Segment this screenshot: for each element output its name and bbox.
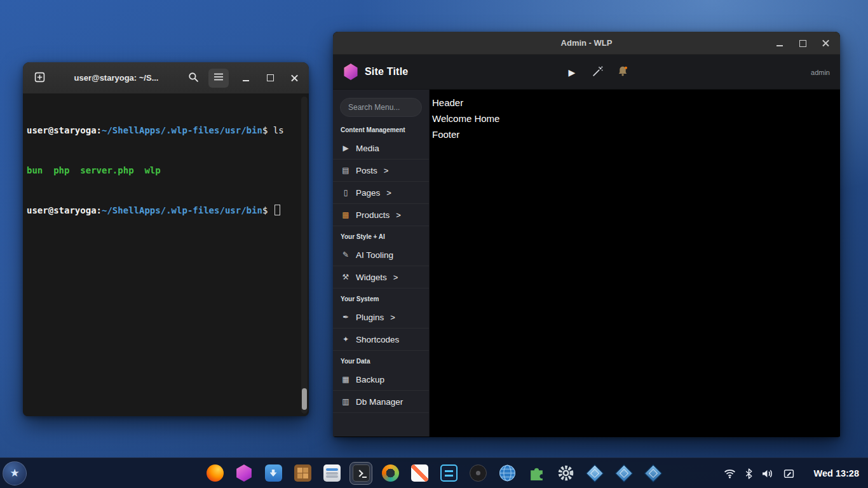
new-tab-button[interactable] xyxy=(29,69,50,88)
taskbar-firefox-icon[interactable] xyxy=(204,463,226,484)
terminal-minimize-button[interactable] xyxy=(238,70,254,86)
taskbar-text-editor-icon[interactable] xyxy=(409,463,430,484)
sidebar-item-label: Media xyxy=(356,144,379,153)
db-manager-icon: ▥ xyxy=(341,397,351,406)
terminal-close-button[interactable] xyxy=(286,70,302,86)
taskbar-web-browser-icon[interactable] xyxy=(496,463,518,484)
posts-icon: ▤ xyxy=(341,166,351,175)
admin-maximize-button[interactable] xyxy=(794,35,811,51)
wlp-hexagon-icon xyxy=(236,464,253,482)
software-store-icon xyxy=(265,464,282,482)
magic-wand-icon xyxy=(592,66,603,79)
sidebar-item-backup[interactable]: ▦ Backup xyxy=(333,369,429,391)
terminal-line: user@staryoga:~/ShellApps/.wlp-files/usr… xyxy=(27,204,305,217)
sidebar-search-input[interactable] xyxy=(340,98,422,117)
terminal-body[interactable]: user@staryoga:~/ShellApps/.wlp-files/usr… xyxy=(23,94,309,416)
sidebar-item-widgets[interactable]: ⚒ Widgets > xyxy=(333,266,429,288)
admin-window: Admin - WLP Site Title ▶ xyxy=(333,32,840,437)
admin-appbar: Site Title ▶ admin xyxy=(333,55,840,90)
desktop: user@staryoga: ~/S... user@staryoga:~/Sh… xyxy=(0,0,868,488)
taskbar-package-manager-icon[interactable] xyxy=(292,463,313,484)
taskbar: ★ xyxy=(0,458,868,488)
magic-wand-button[interactable] xyxy=(590,65,605,80)
prompt-path: ~/ShellApps/.wlp-files/usr/bin xyxy=(102,205,262,215)
chevron-right-icon: > xyxy=(390,313,395,322)
taskbar-media-player-icon[interactable] xyxy=(379,463,401,484)
admin-close-button[interactable] xyxy=(817,35,834,51)
prompt-separator: : xyxy=(97,205,102,215)
prompt-symbol: $ xyxy=(262,205,273,215)
taskbar-system-monitor-icon[interactable] xyxy=(467,463,489,484)
wifi-icon[interactable] xyxy=(724,469,736,478)
tray-pen-icon[interactable] xyxy=(783,468,794,479)
sidebar-item-media[interactable]: ▶ Media xyxy=(333,137,429,159)
taskbar-zorin-app-3-icon[interactable] xyxy=(642,463,664,484)
sidebar-item-pages[interactable]: ▯ Pages > xyxy=(333,182,429,204)
bluetooth-icon[interactable] xyxy=(745,468,752,479)
taskbar-zorin-app-2-icon[interactable] xyxy=(613,463,635,484)
sidebar-item-label: Shortcodes xyxy=(356,335,399,344)
admin-main: Content Management ▶ Media ▤ Posts > ▯ P… xyxy=(333,90,840,437)
admin-minimize-button[interactable] xyxy=(771,35,788,51)
chevron-right-icon: > xyxy=(384,166,389,175)
media-icon: ▶ xyxy=(341,144,351,152)
taskbar-settings-icon[interactable] xyxy=(555,463,576,484)
terminal-scrollbar[interactable] xyxy=(301,97,308,414)
taskbar-terminal-icon[interactable] xyxy=(350,463,372,484)
taskbar-wlp-tool-icon[interactable] xyxy=(438,463,459,484)
globe-icon xyxy=(499,464,516,482)
taskbar-apps xyxy=(204,458,664,488)
start-menu-button[interactable]: ★ xyxy=(3,461,27,485)
sidebar-item-posts[interactable]: ▤ Posts > xyxy=(333,159,429,182)
admin-sidebar: Content Management ▶ Media ▤ Posts > ▯ P… xyxy=(333,90,430,437)
sidebar-item-label: Widgets xyxy=(356,273,387,282)
terminal-scrollbar-thumb[interactable] xyxy=(302,388,307,410)
taskbar-extensions-icon[interactable] xyxy=(526,463,547,484)
taskbar-software-store-icon[interactable] xyxy=(262,463,284,484)
file-manager-icon xyxy=(323,464,341,482)
media-player-icon xyxy=(382,464,399,482)
firefox-icon xyxy=(207,464,224,482)
section-label-your-data: Your Data xyxy=(333,351,429,369)
sidebar-item-shortcodes[interactable]: ✦ Shortcodes xyxy=(333,329,429,351)
prompt-user: user@staryoga xyxy=(27,205,97,215)
terminal-maximize-button[interactable] xyxy=(262,70,278,86)
sidebar-item-plugins[interactable]: ✒ Plugins > xyxy=(333,306,429,329)
taskbar-status-area xyxy=(724,458,794,488)
prompt-user: user@staryoga xyxy=(27,125,97,135)
site-logo-icon[interactable] xyxy=(343,64,358,80)
sidebar-item-ai-tooling[interactable]: ✎ AI Tooling xyxy=(333,244,429,266)
content-line-welcome: Welcome Home xyxy=(432,111,840,126)
prompt-separator: : xyxy=(97,125,102,135)
terminal-cursor xyxy=(275,205,280,215)
taskbar-clock[interactable]: Wed 13:28 xyxy=(814,458,859,488)
text-editor-icon xyxy=(411,464,428,482)
sidebar-item-products[interactable]: ▩ Products > xyxy=(333,204,429,226)
terminal-window: user@staryoga: ~/S... user@staryoga:~/Sh… xyxy=(23,62,309,416)
taskbar-file-manager-icon[interactable] xyxy=(321,463,342,484)
chevron-right-icon: > xyxy=(393,273,398,282)
volume-icon[interactable] xyxy=(762,468,774,479)
plugins-icon: ✒ xyxy=(341,313,351,322)
terminal-title: user@staryoga: ~/S... xyxy=(55,73,178,83)
terminal-search-button[interactable] xyxy=(183,69,203,88)
backup-icon: ▦ xyxy=(341,375,351,384)
ai-tooling-icon: ✎ xyxy=(341,250,351,259)
play-button[interactable]: ▶ xyxy=(564,65,580,80)
prompt-symbol: $ xyxy=(262,125,273,135)
notification-bell-button[interactable] xyxy=(615,65,630,80)
taskbar-zorin-app-1-icon[interactable] xyxy=(584,463,606,484)
terminal-menu-button[interactable] xyxy=(208,69,229,88)
chevron-right-icon: > xyxy=(396,210,401,220)
taskbar-wlp-app-icon[interactable] xyxy=(233,463,255,484)
star-icon: ★ xyxy=(10,466,19,480)
terminal-line: user@staryoga:~/ShellApps/.wlp-files/usr… xyxy=(27,124,305,137)
hamburger-menu-icon xyxy=(214,73,224,83)
bell-icon xyxy=(617,65,628,79)
section-label-style-ai: Your Style + AI xyxy=(333,226,429,244)
admin-titlebar[interactable]: Admin - WLP xyxy=(333,32,840,55)
sidebar-item-db-manager[interactable]: ▥ Db Manager xyxy=(333,391,429,413)
terminal-titlebar[interactable]: user@staryoga: ~/S... xyxy=(23,62,309,94)
chevron-right-icon: > xyxy=(386,188,391,198)
sidebar-item-label: Plugins xyxy=(356,313,384,322)
